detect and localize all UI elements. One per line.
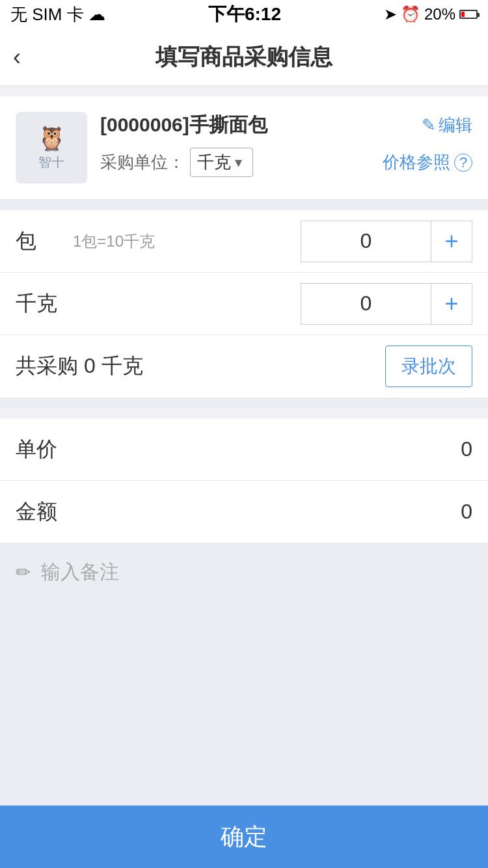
price-ref-question-icon: ? (454, 154, 472, 172)
price-ref-link[interactable]: 价格参照 ? (383, 151, 472, 174)
bottom-spacer (0, 601, 488, 806)
unit-select[interactable]: 千克 ▾ (190, 148, 253, 177)
kg-plus-button[interactable]: + (431, 283, 472, 325)
product-card: 🦉 智十 [0000006]手撕面包 ✎ 编辑 采购单位： 千克 ▾ (0, 96, 488, 200)
alarm-icon: ⏰ (401, 5, 420, 23)
amount-row: 金额 0 (0, 481, 488, 543)
confirm-button[interactable]: 确定 (0, 806, 488, 868)
sim-status: 无 SIM 卡 ☁ (10, 3, 105, 26)
dropdown-icon: ▾ (235, 154, 242, 171)
battery-icon (459, 10, 478, 19)
separator-1 (0, 200, 488, 210)
separator-2 (0, 398, 488, 408)
price-section: 单价 0 金额 0 (0, 418, 488, 543)
input-section: 包 1包=10千克 + 千克 + (0, 210, 488, 335)
product-logo-label: 智十 (38, 154, 64, 171)
edit-icon: ✎ (422, 115, 436, 135)
battery-text: 20% (424, 5, 455, 23)
kg-input-row: 千克 + (0, 273, 488, 335)
remark-placeholder: 输入备注 (41, 559, 119, 586)
nav-bar: ‹ 填写商品采购信息 (0, 29, 488, 86)
price-ref-label: 价格参照 (383, 151, 450, 174)
total-row: 共采购 0 千克 录批次 (0, 335, 488, 398)
unit-value: 千克 (197, 151, 231, 174)
back-button[interactable]: ‹ (13, 44, 21, 71)
product-logo-icon: 🦉 (37, 125, 66, 152)
status-time: 下午6:12 (208, 2, 281, 27)
unit-price-label: 单价 (16, 435, 57, 464)
product-info: [0000006]手撕面包 ✎ 编辑 采购单位： 千克 ▾ 价格参照 ? (100, 112, 472, 177)
unit-price-row: 单价 0 (0, 418, 488, 481)
unit-label: 采购单位： (100, 151, 185, 174)
status-bar: 无 SIM 卡 ☁ 下午6:12 ➤ ⏰ 20% (0, 0, 488, 29)
location-icon: ➤ (384, 5, 397, 23)
batch-button[interactable]: 录批次 (385, 346, 472, 387)
bag-label: 包 (16, 227, 68, 256)
bag-quantity-input[interactable] (301, 221, 431, 262)
kg-label: 千克 (16, 290, 68, 318)
unit-price-value: 0 (461, 437, 472, 461)
status-right: ➤ ⏰ 20% (384, 5, 478, 23)
status-left: 无 SIM 卡 ☁ (10, 3, 105, 26)
product-thumbnail: 🦉 智十 (16, 112, 87, 183)
kg-quantity-input[interactable] (301, 283, 431, 325)
page-title: 填写商品采购信息 (156, 42, 332, 72)
product-name: [0000006]手撕面包 (100, 112, 267, 139)
remark-section[interactable]: ✏ 输入备注 (0, 543, 488, 601)
amount-value: 0 (461, 500, 472, 524)
bag-sublabel: 1包=10千克 (73, 231, 301, 252)
bag-plus-button[interactable]: + (431, 221, 472, 262)
amount-label: 金额 (16, 498, 57, 526)
pencil-icon: ✏ (16, 562, 31, 583)
edit-link[interactable]: ✎ 编辑 (422, 114, 472, 137)
bag-input-row: 包 1包=10千克 + (0, 210, 488, 273)
total-label: 共采购 0 千克 (16, 352, 143, 381)
